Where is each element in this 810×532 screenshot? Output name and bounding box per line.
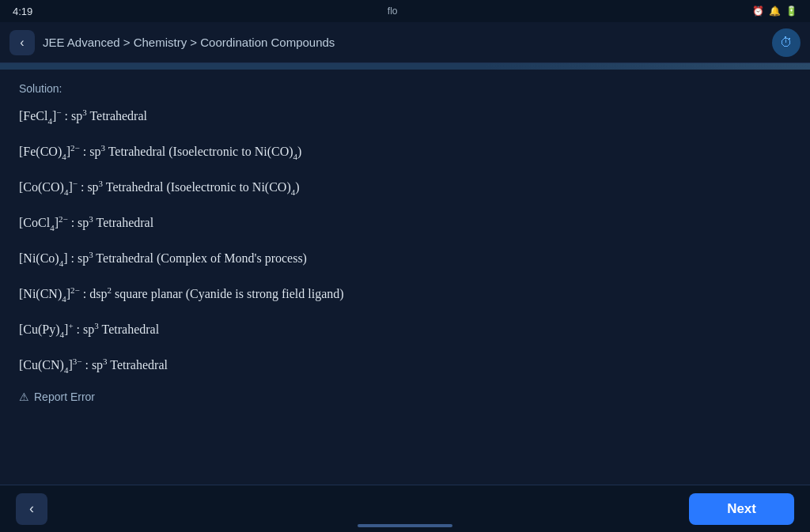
progress-bar [0,63,810,70]
alarm-icon: ⏰ [752,6,764,17]
timer-button[interactable]: ⏱ [772,28,801,57]
report-error-button[interactable]: ⚠ Report Error [19,391,791,403]
chem-line-4: [CoCl4]2− : sp3 Tetrahedral [19,213,791,234]
chem-line-8: [Cu(CN)4]3− : sp3 Tetrahedral [19,355,791,376]
status-icons: ⏰ 🔔 🔋 [752,6,797,17]
nav-left: ‹ JEE Advanced > Chemistry > Coordinatio… [9,30,335,55]
status-bar: 4:19 flo ⏰ 🔔 🔋 [0,0,810,22]
warning-icon: ⚠ [19,391,29,403]
nav-bar: ‹ JEE Advanced > Chemistry > Coordinatio… [0,22,810,63]
chem-line-3: [Co(CO)4]− : sp3 Tetrahedral (Isoelectro… [19,177,791,198]
chem-line-6: [Ni(CN)4]2− : dsp2 square planar (Cyanid… [19,284,791,305]
back-button[interactable]: ‹ [9,30,35,55]
status-app-name: flo [388,6,398,17]
bottom-indicator [358,524,452,527]
battery-icon: 🔋 [785,6,797,17]
chem-line-2: [Fe(CO)4]2− : sp3 Tetrahedral (Isoelectr… [19,141,791,163]
prev-button[interactable]: ‹ [16,493,47,525]
chem-line-5: [Ni(Co)4] : sp3 Tetrahedral (Complex of … [19,248,791,270]
report-error-label: Report Error [34,391,95,403]
nav-right: ⏱ [772,28,801,57]
chem-line-1: [FeCl4]− : sp3 Tetrahedral [19,106,791,127]
bottom-bar: ‹ Next [0,485,810,532]
solution-label: Solution: [19,82,791,95]
next-button[interactable]: Next [689,493,794,525]
status-time: 4:19 [13,6,32,17]
chem-line-7: [Cu(Py)4]+ : sp3 Tetrahedral [19,319,791,341]
main-content: Solution: [FeCl4]− : sp3 Tetrahedral [Fe… [0,70,810,485]
breadcrumb: JEE Advanced > Chemistry > Coordination … [43,36,335,49]
sound-icon: 🔔 [769,6,781,17]
